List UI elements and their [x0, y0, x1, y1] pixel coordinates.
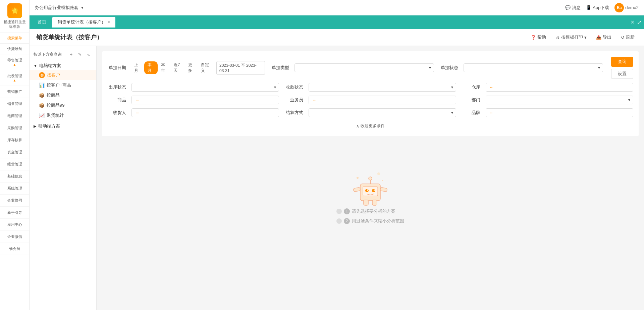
sidebar-item-appcenter[interactable]: 应用中心 [0, 219, 29, 231]
help-button[interactable]: ❓ 帮助 [528, 33, 549, 42]
sidebar-item-newuser[interactable]: 新手引导 [0, 207, 29, 219]
svg-point-14 [377, 172, 380, 175]
salesperson-dots[interactable]: ··· [312, 98, 318, 102]
scheme-add-button[interactable]: + [67, 51, 75, 58]
sidebar-item-retail[interactable]: 零售管理 ▲ [0, 54, 29, 70]
sidebar-item-marketing[interactable]: 营销推广 [0, 86, 29, 98]
sidebar-item-sales[interactable]: 销售管理 [0, 98, 29, 110]
brand-label: 品牌 [462, 110, 480, 116]
product-select[interactable]: ··· [131, 96, 279, 104]
scheme-item-by-product[interactable]: 📦 按商品 [30, 90, 96, 100]
date-tab-this-year[interactable]: 本年 [158, 61, 170, 74]
product-dots[interactable]: ··· [135, 98, 141, 102]
tab-maximize[interactable]: × ⤢ [631, 19, 641, 26]
sidebar-item-ecommerce[interactable]: 电商管理 [0, 110, 29, 122]
receipt-status-label: 收款状态 [284, 84, 303, 90]
settlement-select[interactable]: ▾ [309, 108, 456, 117]
hint-text-2: 用过滤条件来缩小分析范围 [352, 217, 404, 225]
hint-num-1: 1 [344, 208, 350, 214]
home-tab-label: 首页 [38, 19, 46, 25]
sidebar-item-wechat[interactable]: 企业微信 [0, 231, 29, 243]
export-icon: 📤 [596, 35, 601, 40]
query-button[interactable]: 查询 [611, 57, 633, 67]
tab-home[interactable]: 首页 [32, 17, 52, 28]
date-tab-custom[interactable]: 自定义 [198, 61, 214, 74]
sidebar-item-purchase[interactable]: 采购管理 [0, 122, 29, 134]
scheme-item-by-customer-product[interactable]: 📊 按客户+商品 [30, 80, 96, 90]
item-icon-return: 📈 [39, 113, 45, 118]
scheme-category-mobile[interactable]: ▶ 移动端方案 [30, 122, 96, 131]
close-window-icon[interactable]: × [631, 19, 634, 26]
salesperson-select[interactable]: ··· [309, 96, 456, 104]
scheme-edit-button[interactable]: ✎ [76, 51, 84, 58]
svg-rect-8 [353, 187, 360, 192]
user-profile[interactable]: Ea demo2 [614, 3, 639, 12]
user-name: demo2 [625, 5, 639, 10]
app-download-button[interactable]: 📱 App下载 [586, 5, 609, 11]
sidebar-item-operations[interactable]: 经营管理 [0, 158, 29, 170]
warehouse-dots[interactable]: ··· [489, 85, 495, 90]
warehouse-select[interactable]: ··· [486, 83, 633, 92]
recipient-dots[interactable]: ··· [135, 110, 141, 115]
svg-rect-11 [372, 200, 377, 205]
date-tab-this-month[interactable]: 本月 [144, 61, 158, 74]
collapse-icon: ∧ [356, 124, 359, 128]
search-menu[interactable]: 搜索菜单 [0, 33, 29, 44]
item-icon-product: 📦 [39, 93, 45, 98]
sidebar-item-inventory[interactable]: 库存核算 [0, 134, 29, 146]
category-arrow: ▼ [34, 64, 37, 68]
scheme-item-return-stats[interactable]: 📈 退货统计 [30, 110, 96, 120]
tab-close-icon[interactable]: × [108, 20, 110, 24]
filter-row-2: 出库状态 ▾ 收款状态 ▾ 仓库 ··· [107, 83, 633, 92]
refresh-icon: ↺ [621, 35, 625, 40]
item-label-customer: 按客户 [47, 72, 60, 78]
out-status-select[interactable]: ▾ [131, 83, 279, 92]
scheme-item-by-customer[interactable]: 客 按客户 [30, 70, 96, 80]
print-button[interactable]: 🖨 按模板打印 ▾ [553, 33, 589, 42]
scheme-collapse-button[interactable]: « [85, 51, 92, 58]
sidebar-item-vip[interactable]: 畅会员 [0, 243, 29, 255]
sidebar-item-base[interactable]: 基础信息 [0, 170, 29, 183]
header-right: 💬 消息 📱 App下载 Ea demo2 [565, 3, 639, 12]
date-range-picker[interactable]: 2023-03-01 至 2023-03-31 [216, 61, 265, 75]
print-label: 按模板打印 [561, 34, 583, 40]
date-tabs: 上月 本月 本年 近7天 更多 自定义 [131, 61, 214, 74]
header-dropdown-icon[interactable]: ▾ [81, 5, 84, 10]
receipt-status-chevron: ▾ [451, 85, 453, 90]
svg-point-4 [367, 190, 368, 191]
shortcut-nav[interactable]: 快捷导航 [0, 44, 29, 54]
messages-button[interactable]: 💬 消息 [565, 5, 581, 11]
doc-status-select[interactable]: ▾ [464, 63, 603, 72]
brand-dots[interactable]: ··· [489, 110, 495, 115]
export-button[interactable]: 📤 导出 [593, 33, 614, 42]
filter-row-1: 单据日期 上月 本月 本年 近7天 更多 自定义 2023- [107, 57, 633, 79]
sidebar-item-enterprise[interactable]: 企业协同 [0, 195, 29, 207]
recipient-select[interactable]: ··· [131, 108, 279, 117]
tab-active[interactable]: 销货单统计表（按客户） × [52, 17, 115, 28]
sidebar-item-finance[interactable]: 资金管理 [0, 146, 29, 158]
svg-rect-10 [364, 200, 368, 205]
action-buttons: 查询 设置 [611, 57, 633, 79]
settings-button[interactable]: 设置 [611, 69, 633, 79]
header-left: 办公用品行业模拟账套 ▾ [35, 5, 84, 11]
doc-type-select[interactable]: ▾ [294, 63, 434, 72]
inner-layout: 按以下方案查询 + ✎ « ▼ 电脑端方案 客 按客户 � [30, 46, 644, 310]
collapse-row[interactable]: ∧ 收起更多条件 [107, 121, 633, 131]
scheme-category-desktop[interactable]: ▼ 电脑端方案 [30, 61, 96, 70]
sidebar-item-system[interactable]: 系统管理 [0, 183, 29, 195]
receipt-status-select[interactable]: ▾ [309, 83, 456, 92]
refresh-label: 刷新 [626, 34, 635, 40]
date-tab-more[interactable]: 更多 [185, 61, 198, 74]
date-tab-last-month[interactable]: 上月 [131, 61, 144, 74]
scheme-item-by-product99[interactable]: 📦 按商品99 [30, 100, 96, 110]
recipient-label: 收货人 [107, 110, 126, 116]
brand-select[interactable]: ··· [486, 108, 633, 117]
date-tab-last7days[interactable]: 近7天 [171, 61, 185, 74]
refresh-button[interactable]: ↺ 刷新 [618, 33, 637, 42]
empty-state-hints: 1 请先选择要分析的方案 2 用过滤条件来缩小分析范围 [336, 207, 404, 225]
doc-status-chevron: ▾ [598, 65, 600, 70]
maximize-icon[interactable]: ⤢ [637, 19, 641, 25]
department-select[interactable]: ▾ [486, 96, 633, 104]
tab-bar: 首页 销货单统计表（按客户） × × ⤢ [30, 15, 644, 29]
sidebar-item-wholesale[interactable]: 批发管理 ▲ [0, 70, 29, 86]
